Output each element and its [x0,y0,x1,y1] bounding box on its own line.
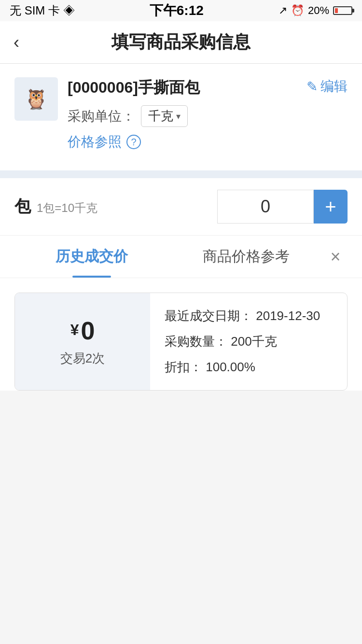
quantity-row-card: 采购数量： 200千克 [165,332,333,351]
price-value: 0 [81,316,95,345]
quantity-input[interactable] [217,190,314,224]
unit-select[interactable]: 千克 ▾ [141,105,188,127]
quantity-unit-small: 1包=10千克 [37,200,97,216]
purchase-unit-label: 采购单位： [68,107,135,126]
close-panel-button[interactable]: × [323,245,348,269]
discount-label: 折扣： [165,360,202,374]
status-time: 下午6:12 [150,1,204,20]
product-header: 🦉 [0000006]手撕面包 采购单位： 千克 ▾ 价格参照 ? [14,77,348,151]
nav-bar: ‹ 填写商品采购信息 [0,21,362,64]
quantity-unit-big: 包 [14,196,31,218]
battery-percent: 20% [308,4,329,17]
quantity-value-card: 200千克 [231,334,277,349]
product-left: 🦉 [0000006]手撕面包 采购单位： 千克 ▾ 价格参照 ? [14,77,200,151]
recent-date-value: 2019-12-30 [256,308,320,323]
edit-icon: ✎ [306,79,318,95]
price-card: ¥ 0 交易2次 最近成交日期： 2019-12-30 采购数量： 200千克 … [14,293,348,391]
location-icon: ↗ [278,4,287,17]
quantity-row: 包 1包=10千克 + [0,178,362,236]
quantity-label-group: 包 1包=10千克 [14,196,97,218]
info-icon[interactable]: ? [126,135,141,149]
page-title: 填写商品采购信息 [111,30,251,54]
recent-date-label: 最近成交日期： [165,308,252,323]
alarm-icon: ⏰ [291,4,304,17]
currency-symbol: ¥ [70,321,79,339]
product-name: [0000006]手撕面包 [68,77,200,98]
tab-price-ref[interactable]: 商品价格参考 [169,236,323,278]
status-bar: 无 SIM 卡 ◈ 下午6:12 ↗ ⏰ 20% [0,0,362,21]
edit-button[interactable]: ✎ 编辑 [306,77,348,96]
price-ref-row: 价格参照 ? [68,133,200,151]
tab-history-price[interactable]: 历史成交价 [14,236,169,278]
bottom-panel: 历史成交价 商品价格参考 × ¥ 0 交易2次 最近成交日期： 2019-12-… [0,236,362,391]
discount-value: 100.00% [206,360,255,374]
chevron-down-icon: ▾ [176,111,181,122]
recent-date-row: 最近成交日期： 2019-12-30 [165,307,333,325]
quantity-label-card: 采购数量： [165,334,227,349]
product-unit-row: 采购单位： 千克 ▾ [68,105,200,127]
section-divider [0,170,362,178]
unit-value: 千克 [148,108,173,125]
back-button[interactable]: ‹ [14,32,19,53]
tab-history-label: 历史成交价 [56,247,128,266]
signal-text: 无 SIM 卡 ◈ [10,3,75,18]
product-section: 🦉 [0000006]手撕面包 采购单位： 千克 ▾ 价格参照 ? [0,64,362,170]
status-left: 无 SIM 卡 ◈ [10,3,75,18]
quantity-input-group: + [217,190,348,224]
product-info: [0000006]手撕面包 采购单位： 千克 ▾ 价格参照 ? [68,77,200,151]
card-price: ¥ 0 [70,316,95,345]
battery-icon [333,6,352,15]
card-left: ¥ 0 交易2次 [15,293,150,390]
product-thumb-icon: 🦉 [24,88,48,111]
price-ref-button[interactable]: 价格参照 [68,133,122,151]
tab-underline [72,276,111,278]
card-right: 最近成交日期： 2019-12-30 采购数量： 200千克 折扣： 100.0… [150,293,347,390]
status-right: ↗ ⏰ 20% [278,4,352,17]
tab-price-ref-label: 商品价格参考 [203,247,290,266]
product-thumbnail: 🦉 [14,77,58,121]
trade-count: 交易2次 [60,350,105,367]
quantity-plus-button[interactable]: + [314,190,348,224]
tabs-row: 历史成交价 商品价格参考 × [0,236,362,278]
discount-row: 折扣： 100.00% [165,358,333,377]
